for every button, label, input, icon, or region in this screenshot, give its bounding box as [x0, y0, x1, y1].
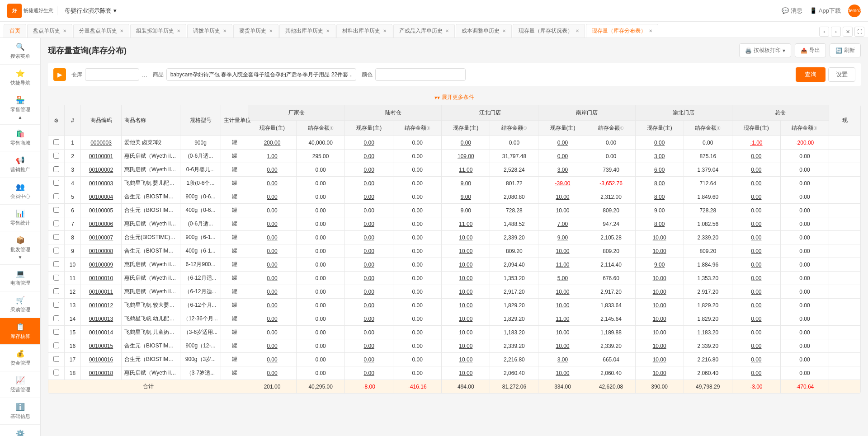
cell-nanan-cur[interactable]: 5.00	[538, 272, 587, 285]
cell-nanan-cur[interactable]: 3.00	[538, 163, 587, 177]
cell-checkbox[interactable]	[48, 204, 65, 217]
cell-checkbox[interactable]	[48, 150, 65, 163]
row-checkbox[interactable]	[53, 275, 59, 281]
cell-nanan-cur[interactable]: 10.00	[538, 366, 587, 380]
tab-material-out[interactable]: 材料出库单历史 ✕	[336, 24, 392, 38]
cell-jiangbei-cur[interactable]: 0.00	[442, 136, 490, 150]
cell-lucun-cur[interactable]: 0.00	[345, 366, 393, 380]
cell-total-cur[interactable]: 0.00	[732, 366, 780, 380]
goods-input[interactable]	[166, 68, 356, 81]
tab-inventory-check[interactable]: 盘点单历史 ✕	[27, 24, 72, 38]
cell-checkbox[interactable]	[48, 366, 65, 380]
cell-jiangbei-cur[interactable]: 10.00	[442, 312, 490, 326]
sidebar-item-purchase[interactable]: 🛒 采购管理	[0, 291, 40, 318]
cell-checkbox[interactable]	[48, 339, 65, 353]
cell-nanan-cur[interactable]: 3.00	[538, 353, 587, 366]
cell-yubei-cur[interactable]: 10.00	[635, 366, 684, 380]
cell-nanan-cur[interactable]: 11.00	[538, 312, 587, 326]
cell-nanan-cur[interactable]: 0.00	[538, 150, 587, 163]
cell-yubei-cur[interactable]: 10.00	[635, 339, 684, 353]
th-gear[interactable]: ⚙	[48, 105, 65, 136]
cell-changjiacao-cur[interactable]: 0.00	[248, 339, 297, 353]
close-all-tabs-button[interactable]: ✕	[843, 27, 853, 37]
sidebar-item-finance[interactable]: 💰 资金管理	[0, 345, 40, 371]
tab-product-in[interactable]: 产成品入库单历史 ✕	[393, 24, 455, 38]
expand-tabs-button[interactable]: ⛶	[854, 27, 864, 37]
cell-changjiacao-cur[interactable]: 0.00	[248, 299, 297, 312]
cell-lucun-cur[interactable]: 0.00	[345, 312, 393, 326]
tab-partial-inventory[interactable]: 分量盘点单历史 ✕	[73, 24, 129, 38]
cell-changjiacao-cur[interactable]: 0.00	[248, 366, 297, 380]
refresh-button[interactable]: 🔄 刷新	[830, 43, 861, 57]
sidebar-item-operations[interactable]: 📈 经营管理	[0, 371, 40, 398]
cell-code[interactable]: 00100009	[81, 258, 122, 272]
cell-nanan-cur[interactable]: 10.00	[538, 204, 587, 217]
cell-total-cur[interactable]: 0.00	[732, 285, 780, 299]
cell-yubei-cur[interactable]: 8.00	[635, 217, 684, 231]
cell-lucun-cur[interactable]: 0.00	[345, 217, 393, 231]
user-avatar[interactable]: demo2	[848, 5, 861, 17]
cell-changjiacao-cur[interactable]: 0.00	[248, 217, 297, 231]
cell-yubei-cur[interactable]: 9.00	[635, 204, 684, 217]
cell-lucun-cur[interactable]: 0.00	[345, 177, 393, 190]
cell-total-cur[interactable]: 0.00	[732, 258, 780, 272]
tab-assembly[interactable]: 组装拆卸单历史 ✕	[130, 24, 186, 38]
warehouse-ellipsis[interactable]: ...	[142, 71, 147, 78]
cell-lucun-cur[interactable]: 0.00	[345, 258, 393, 272]
cell-code[interactable]: 00100006	[81, 217, 122, 231]
cell-checkbox[interactable]	[48, 258, 65, 272]
cell-code[interactable]: 00100015	[81, 339, 122, 353]
cell-yubei-cur[interactable]: 6.00	[635, 163, 684, 177]
export-button[interactable]: 📤 导出	[795, 43, 826, 57]
cell-lucun-cur[interactable]: 0.00	[345, 150, 393, 163]
cell-checkbox[interactable]	[48, 285, 65, 299]
cell-jiangbei-cur[interactable]: 109.00	[442, 150, 490, 163]
sidebar-item-wholesale[interactable]: 📦 批发管理 ▼	[0, 231, 40, 265]
cell-jiangbei-cur[interactable]: 10.00	[442, 272, 490, 285]
cell-changjiacao-cur[interactable]: 0.00	[248, 312, 297, 326]
cell-total-cur[interactable]: 0.00	[732, 163, 780, 177]
cell-jiangbei-cur[interactable]: 10.00	[442, 326, 490, 339]
cell-lucun-cur[interactable]: 0.00	[345, 204, 393, 217]
app-download-action[interactable]: 📱 App下载	[810, 7, 841, 15]
cell-jiangbei-cur[interactable]: 10.00	[442, 231, 490, 244]
cell-total-cur[interactable]: 0.00	[732, 217, 780, 231]
row-checkbox[interactable]	[53, 248, 59, 253]
tab-inventory-dist[interactable]: 现存量（库存分布表） ✕	[586, 24, 658, 38]
cell-nanan-cur[interactable]: 10.00	[538, 326, 587, 339]
cell-checkbox[interactable]	[48, 190, 65, 204]
cell-nanan-cur[interactable]: 11.00	[538, 258, 587, 272]
cell-jiangbei-cur[interactable]: 10.00	[442, 244, 490, 258]
cell-yubei-cur[interactable]: 10.00	[635, 299, 684, 312]
row-checkbox[interactable]	[53, 302, 59, 308]
cell-checkbox[interactable]	[48, 136, 65, 150]
close-icon[interactable]: ✕	[326, 28, 330, 33]
sidebar-item-basic-info[interactable]: ℹ️ 基础信息	[0, 398, 40, 425]
color-input[interactable]	[375, 68, 466, 81]
cell-code[interactable]: 00100003	[81, 177, 122, 190]
cell-total-cur[interactable]: 0.00	[732, 244, 780, 258]
tab-transfer[interactable]: 调拨单历史 ✕	[187, 24, 232, 38]
close-icon[interactable]: ✕	[120, 28, 123, 33]
row-checkbox[interactable]	[53, 180, 59, 186]
sidebar-item-search[interactable]: 🔍 搜索英单	[0, 38, 40, 65]
cell-yubei-cur[interactable]: 3.00	[635, 150, 684, 163]
cell-yubei-cur[interactable]: 10.00	[635, 312, 684, 326]
cell-nanan-cur[interactable]: 10.00	[538, 190, 587, 204]
sidebar-item-retail-stats[interactable]: 📊 零售统计	[0, 205, 40, 231]
cell-lucun-cur[interactable]: 0.00	[345, 353, 393, 366]
cell-yubei-cur[interactable]: 10.00	[635, 244, 684, 258]
cell-yubei-cur[interactable]: 10.00	[635, 231, 684, 244]
cell-checkbox[interactable]	[48, 353, 65, 366]
cell-yubei-cur[interactable]: 10.00	[635, 272, 684, 285]
cell-code[interactable]: 00100010	[81, 272, 122, 285]
cell-jiangbei-cur[interactable]: 9.00	[442, 177, 490, 190]
cell-yubei-cur[interactable]: 10.00	[635, 326, 684, 339]
cell-total-cur[interactable]: -1.00	[732, 136, 780, 150]
cell-total-cur[interactable]: 0.00	[732, 150, 780, 163]
cell-changjiacao-cur[interactable]: 200.00	[248, 136, 297, 150]
cell-code[interactable]: 00100011	[81, 285, 122, 299]
close-icon[interactable]: ✕	[177, 28, 180, 33]
close-icon[interactable]: ✕	[383, 28, 387, 33]
cell-changjiacao-cur[interactable]: 0.00	[248, 163, 297, 177]
